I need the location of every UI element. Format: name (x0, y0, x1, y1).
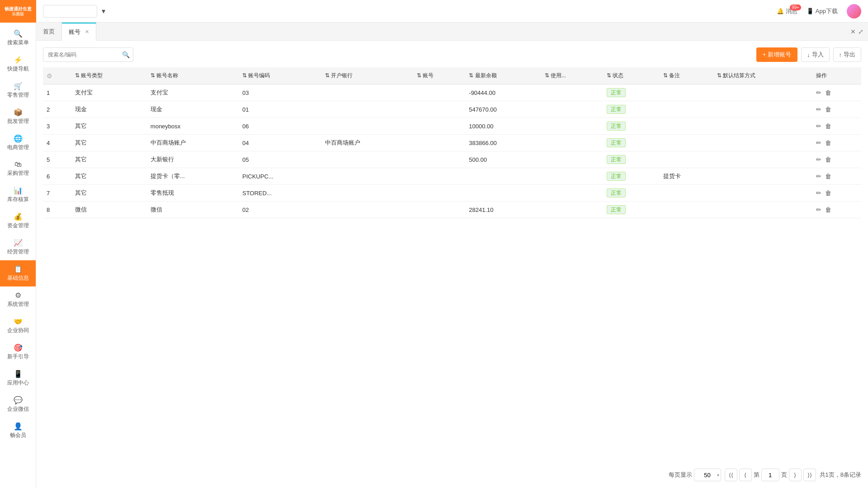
delete-button[interactable]: 🗑 (825, 173, 831, 180)
edit-button[interactable]: ✏ (816, 106, 821, 113)
settings-icon[interactable]: ⚙ (47, 72, 52, 80)
cell-balance (465, 168, 541, 185)
col-usage[interactable]: ⇅ 使用... (541, 67, 603, 84)
tab-home-label: 首页 (43, 28, 55, 36)
edit-button[interactable]: ✏ (816, 122, 821, 130)
page-first-btn[interactable]: ⟨⟨ (725, 469, 737, 481)
notification-button[interactable]: 🔔 消息 99+ (777, 7, 797, 15)
search-button[interactable]: 🔍 (122, 51, 130, 58)
tab-home[interactable]: 首页 (36, 23, 62, 41)
delete-button[interactable]: 🗑 (825, 189, 831, 197)
sidebar-item-member[interactable]: 👤 畅会员 (0, 418, 36, 444)
sidebar-item-finance[interactable]: 💰 资金管理 (0, 208, 36, 234)
dropdown-button[interactable]: ▾ (102, 7, 105, 15)
sidebar-label-retail: 零售管理 (7, 91, 29, 99)
cell-remark: 提货卡 (660, 168, 713, 185)
sidebar-item-appcenter[interactable]: 📱 应用中心 (0, 365, 36, 391)
page-number-input[interactable] (761, 469, 779, 481)
col-name[interactable]: ⇅ 账号名称 (147, 67, 239, 84)
sidebar-item-search[interactable]: 🔍 搜索菜单 (0, 25, 36, 51)
col-type[interactable]: ⇅ 账号类型 (71, 67, 147, 84)
sidebar-item-quicknav[interactable]: ⚡ 快捷导航 (0, 51, 36, 77)
col-settings[interactable]: ⚙ (43, 67, 71, 84)
main-area: ▾ 🔔 消息 99+ 📱 App下载 首页 账号 ✕ ✕ (36, 0, 868, 488)
col-account[interactable]: ⇅ 账号 (413, 67, 465, 84)
action-buttons: ✏ 🗑 (816, 89, 858, 96)
status-badge: 正常 (607, 138, 626, 147)
sidebar-label-appcenter: 应用中心 (7, 379, 29, 387)
cell-type: 其它 (71, 151, 147, 168)
search-input[interactable] (43, 47, 133, 62)
sidebar-label-guide: 新手引导 (7, 353, 29, 361)
col-balance[interactable]: ⇅ 最新余额 (465, 67, 541, 84)
sidebar-label-inventory: 库存核算 (7, 196, 29, 203)
sidebar-item-purchase[interactable]: 🛍 采购管理 (0, 156, 36, 182)
cell-id: 3 (43, 118, 71, 135)
delete-button[interactable]: 🗑 (825, 156, 831, 163)
app-download-button[interactable]: 📱 App下载 (807, 7, 838, 15)
edit-button[interactable]: ✏ (816, 89, 821, 96)
sidebar-item-operations[interactable]: 📈 经营管理 (0, 234, 36, 260)
cell-type: 其它 (71, 168, 147, 185)
import-button[interactable]: ↓ 导入 (801, 47, 830, 62)
cell-usage (541, 118, 603, 135)
delete-button[interactable]: 🗑 (825, 139, 831, 146)
col-status[interactable]: ⇅ 状态 (603, 67, 660, 84)
cell-balance (465, 185, 541, 202)
sidebar-item-guide[interactable]: 🎯 新手引导 (0, 339, 36, 365)
page-label: 第 (754, 471, 760, 479)
sidebar-item-system[interactable]: ⚙ 系统管理 (0, 286, 36, 313)
edit-button[interactable]: ✏ (816, 139, 821, 146)
sidebar-nav: 🔍 搜索菜单 ⚡ 快捷导航 🛒 零售管理 📦 批发管理 🌐 电商管理 🛍 采购管… (0, 23, 36, 488)
cell-default-settle (713, 151, 812, 168)
tab-expand-btn[interactable]: ⤢ (858, 28, 863, 35)
sidebar-item-basicinfo[interactable]: 📋 基础信息 (0, 260, 36, 286)
delete-button[interactable]: 🗑 (825, 106, 831, 113)
delete-button[interactable]: 🗑 (825, 206, 831, 213)
sidebar: 畅捷通好生意 乐惠版 🔍 搜索菜单 ⚡ 快捷导航 🛒 零售管理 📦 批发管理 🌐… (0, 0, 36, 488)
edit-button[interactable]: ✏ (816, 206, 821, 213)
delete-button[interactable]: 🗑 (825, 89, 831, 96)
accounts-table: ⚙ ⇅ 账号类型 ⇅ 账号名称 ⇅ 账号编码 ⇅ 开户银行 ⇅ 账号 ⇅ 最新余… (43, 67, 861, 218)
tab-close-btn[interactable]: ✕ (850, 28, 856, 35)
sidebar-item-wholesale[interactable]: 📦 批发管理 (0, 103, 36, 130)
cell-status: 正常 (603, 101, 660, 118)
col-default-settle[interactable]: ⇅ 默认结算方式 (713, 67, 812, 84)
sidebar-item-bizwechat[interactable]: 💬 企业微信 (0, 391, 36, 418)
avatar[interactable] (847, 4, 861, 19)
col-bank[interactable]: ⇅ 开户银行 (321, 67, 413, 84)
col-code[interactable]: ⇅ 账号编码 (239, 67, 321, 84)
edit-button[interactable]: ✏ (816, 173, 821, 180)
guide-icon: 🎯 (14, 343, 23, 352)
sidebar-label-agreement: 企业协同 (7, 327, 29, 334)
cell-id: 5 (43, 151, 71, 168)
col-remark[interactable]: ⇅ 备注 (660, 67, 713, 84)
edit-button[interactable]: ✏ (816, 156, 821, 163)
add-account-button[interactable]: + 新增账号 (756, 47, 797, 62)
sidebar-item-retail[interactable]: 🛒 零售管理 (0, 77, 36, 103)
action-buttons: ✏ 🗑 (816, 156, 858, 163)
sidebar-item-inventory[interactable]: 📊 库存核算 (0, 182, 36, 208)
export-icon: ↑ (839, 52, 842, 58)
top-search-input[interactable] (43, 5, 97, 18)
cell-name: 支付宝 (147, 84, 239, 101)
page-last-btn[interactable]: ⟩⟩ (803, 469, 816, 481)
sidebar-item-agreement[interactable]: 🤝 企业协同 (0, 313, 36, 339)
page-nav: ⟨⟨ ⟨ 第 页 ⟩ ⟩⟩ (725, 469, 816, 481)
sidebar-label-basicinfo: 基础信息 (7, 274, 29, 282)
export-button[interactable]: ↑ 导出 (833, 47, 862, 62)
delete-button[interactable]: 🗑 (825, 122, 831, 130)
sidebar-label-bizwechat: 企业微信 (7, 405, 29, 413)
page-prev-btn[interactable]: ⟨ (739, 469, 752, 481)
sidebar-item-ecommerce[interactable]: 🌐 电商管理 (0, 130, 36, 156)
tab-accounts-close[interactable]: ✕ (85, 29, 89, 35)
cell-status: 正常 (603, 202, 660, 218)
tab-accounts[interactable]: 账号 ✕ (62, 23, 96, 41)
cell-name: 提货卡（零... (147, 168, 239, 185)
finance-icon: 💰 (14, 212, 23, 221)
page-next-btn[interactable]: ⟩ (789, 469, 802, 481)
tab-actions: ✕ ⤢ (850, 28, 868, 35)
edit-button[interactable]: ✏ (816, 189, 821, 197)
notification-icon: 🔔 (777, 8, 784, 14)
export-label: 导出 (844, 51, 855, 59)
